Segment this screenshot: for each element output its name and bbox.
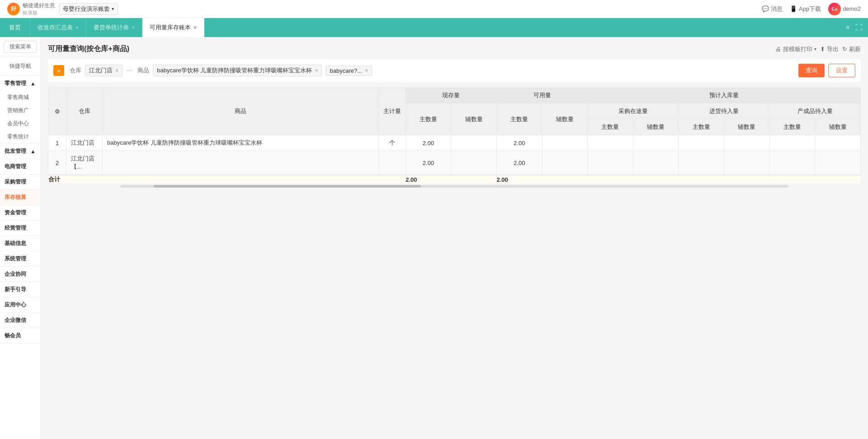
chevron-icon-batch: ▲ [30,148,36,155]
app-download-button[interactable]: 📱 App下载 [790,5,821,13]
sidebar-section-operations: 经营管理 [0,221,40,236]
sidebar-section-title-system[interactable]: 系统管理 [0,251,40,266]
sidebar-section-title-purchase[interactable]: 采购管理 [0,175,40,189]
inbound-main-header: 主数量 [679,119,724,135]
total-production-main [769,175,815,184]
sidebar: 搜索菜单 快捷导航 零售管理 ▲ 零售商城 营销推广 会员中心 零售统计 批发管… [0,37,41,439]
row-warehouse-1: 江北门店 [66,135,103,151]
total-current-main: 2.00 [406,175,451,184]
page-title: 可用量查询(按仓库+商品) [48,44,129,54]
sidebar-section-title-finance[interactable]: 资金管理 [0,205,40,220]
purchase-aux-header: 辅数量 [633,119,679,135]
sidebar-section-wechat: 企业微信 [0,313,40,328]
production-main-header: 主数量 [769,119,815,135]
scroll-thumb[interactable] [154,185,421,188]
estimated-in-col-header: 预计入库量 [588,88,861,104]
row-product-1: babycare学饮杯 儿童防摔防撞吸管杯重力球吸嘴杯宝宝水杯 [103,135,379,151]
sidebar-section-title-wechat[interactable]: 企业微信 [0,313,40,328]
row-unit-2 [378,151,406,175]
row-unit-1: 个 [378,135,406,151]
filter-expand-button[interactable]: » [53,65,64,76]
sidebar-item-quicknav[interactable]: 快捷导航 [0,60,40,73]
user-menu[interactable]: Ea demo2 [828,3,861,15]
sidebar-section-appcenter: 应用中心 [0,297,40,313]
tab-home[interactable]: 首页 [0,18,30,37]
scroll-track [120,185,788,188]
tab-keyongliang[interactable]: 可用量库存账本 × [142,18,204,37]
sidebar-section-title-newguide[interactable]: 新手引导 [0,282,40,297]
sidebar-section-purchase: 采购管理 [0,175,40,190]
message-icon: 💬 [762,5,769,12]
row-current-main-2: 2.00 [406,151,451,175]
tab-close-yaohuo[interactable]: × [132,24,135,31]
purchase-main-header: 主数量 [588,119,633,135]
sidebar-item-retail-stats[interactable]: 零售统计 [0,130,40,143]
print-button[interactable]: 🖨 按模板打印 ▾ [775,45,816,53]
sidebar-section-title-basic[interactable]: 基础信息 [0,236,40,251]
current-aux-qty-header: 辅数量 [451,104,497,135]
sidebar-quick-nav: 快捷导航 [0,57,40,76]
tab-shoufazhuhui[interactable]: 收发存汇总表 × [30,18,86,37]
product-value-2[interactable]: babycare?... × [326,66,372,76]
warehouse-value[interactable]: 江北门店 × [85,65,123,76]
export-button[interactable]: ⬆ 导出 [820,45,839,53]
query-button[interactable]: 查询 [798,64,825,77]
refresh-button[interactable]: ↻ 刷新 [842,45,861,53]
chevron-down-icon: ▾ [112,6,114,11]
account-dropdown[interactable]: 母婴行业演示账套 ▾ [59,3,118,15]
product1-remove-icon[interactable]: × [315,67,318,74]
available-col-header: 可用量 [496,88,587,104]
sidebar-item-marketing[interactable]: 营销推广 [0,104,40,117]
search-menu-button[interactable]: 搜索菜单 [4,41,37,53]
sidebar-section-title-inventory[interactable]: 库存核算 [0,190,40,205]
row-inbound-aux-2 [724,151,770,175]
avatar: Ea [828,3,841,15]
production-aux-header: 辅数量 [815,119,861,135]
table-settings-icon[interactable]: ⚙ [55,108,60,115]
top-bar: 好 畅捷通好生意 标准版 母婴行业演示账套 ▾ 💬 消息 📱 App下载 Ea … [0,0,868,18]
product2-remove-icon[interactable]: × [365,67,368,74]
tab-yaohuo[interactable]: 要货单统计表 × [86,18,142,37]
logo-area: 好 畅捷通好生意 标准版 [7,2,55,16]
row-current-aux-2 [451,151,497,175]
warehouse-more-button[interactable]: ··· [126,66,132,75]
row-available-main-2: 2.00 [496,151,542,175]
product-value-1[interactable]: babycare学饮杯 儿童防摔防撞吸管杯重力球吸嘴杯宝宝水杯 × [153,65,322,76]
tab-close-all-button[interactable]: × [846,24,850,32]
sidebar-section-title-appcenter[interactable]: 应用中心 [0,297,40,312]
product-label: 商品 [137,66,149,75]
sidebar-item-retail-mall[interactable]: 零售商城 [0,91,40,104]
unit-col-header: 主计量 [378,88,406,135]
chevron-icon: ▲ [30,80,36,87]
tab-fullscreen-button[interactable]: ⛶ [855,24,863,32]
row-warehouse-2: 江北门店【... [66,151,103,175]
sidebar-section-title-batch[interactable]: 批发管理 ▲ [0,144,40,159]
row-production-aux-1 [815,135,861,151]
sidebar-section-vip: 畅会员 [0,328,40,344]
sidebar-item-members[interactable]: 会员中心 [0,117,40,130]
sidebar-section-title-ecom[interactable]: 电商管理 [0,159,40,174]
sidebar-section-basic: 基础信息 [0,236,40,251]
sidebar-section-title-enterprise[interactable]: 企业协同 [0,267,40,282]
sidebar-section-title-zero-retail[interactable]: 零售管理 ▲ [0,76,40,91]
warehouse-remove-icon[interactable]: × [115,67,118,74]
row-num-2: 2 [48,151,66,175]
top-bar-left: 好 畅捷通好生意 标准版 母婴行业演示账套 ▾ [7,2,118,16]
tab-close-shoufazhuhui[interactable]: × [75,24,79,31]
sidebar-section-title-vip[interactable]: 畅会员 [0,328,40,343]
sidebar-section-title-operations[interactable]: 经营管理 [0,221,40,236]
page-actions: 🖨 按模板打印 ▾ ⬆ 导出 ↻ 刷新 [775,45,861,53]
tab-close-keyongliang[interactable]: × [193,24,197,31]
row-current-main-1: 2.00 [406,135,451,151]
logo-text: 畅捷通好生意 标准版 [23,2,55,16]
warehouse-label: 仓库 [70,66,81,75]
total-row: 合计 2.00 2.00 [48,175,861,184]
settings-button[interactable]: 设置 [828,64,855,77]
total-purchase-aux [633,175,679,184]
content-area: 可用量查询(按仓库+商品) 🖨 按模板打印 ▾ ⬆ 导出 ↻ 刷新 » [41,37,868,439]
horizontal-scrollbar[interactable] [48,184,861,189]
total-inbound-main [679,175,724,184]
available-aux-qty-header: 辅数量 [542,104,588,135]
message-button[interactable]: 💬 消息 [762,5,783,13]
print-chevron-icon: ▾ [814,47,816,52]
